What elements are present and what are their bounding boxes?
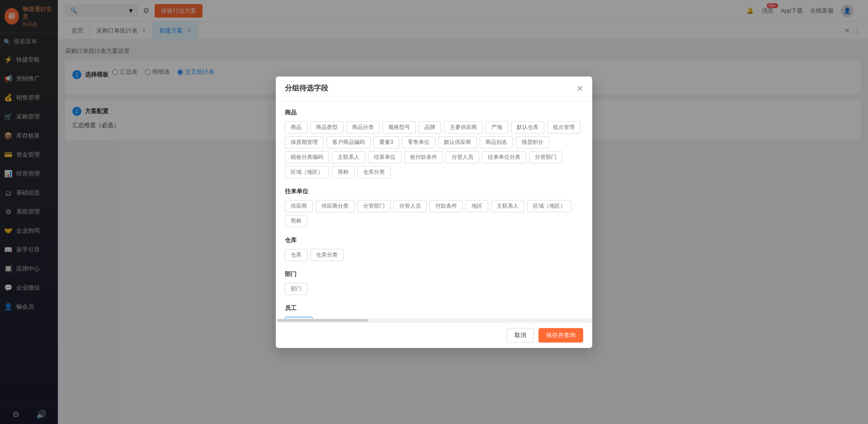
field-payment-terms[interactable]: 收付款条件: [404, 151, 443, 163]
field-dept-mgmt[interactable]: 分管部门: [529, 151, 562, 163]
modal-footer: 取消 保存并查询: [276, 322, 592, 348]
field-payment-cond[interactable]: 付款条件: [429, 200, 463, 212]
section-department-title: 部门: [285, 270, 583, 278]
modal-scrollbar-x-thumb[interactable]: [278, 319, 368, 322]
field-contact[interactable]: 主联系人: [491, 200, 524, 212]
section-partner: 往来单位 供应商 供应商分类 分管部门 分管人员 付款条件 地区 主联系人 区域…: [285, 187, 583, 227]
field-commodity-type[interactable]: 商品类型: [310, 121, 344, 133]
section-staff-title: 员工: [285, 304, 583, 312]
field-expiry-mgmt[interactable]: 保质期管理: [285, 136, 324, 148]
field-supplier-cat[interactable]: 供应商分类: [316, 200, 354, 212]
section-partner-title: 往来单位: [285, 187, 583, 195]
field-origin-unit[interactable]: 往来单位分类: [482, 151, 526, 163]
field-commodity[interactable]: 商品: [285, 121, 307, 133]
modal-close-button[interactable]: ✕: [576, 84, 583, 94]
modal-body: 商品 商品 商品类型 商品分类 规格型号 品牌 主要供应商 产地 默认仓库 批次…: [276, 101, 592, 319]
field-dept-staff[interactable]: 分管人员: [393, 200, 427, 212]
field-main-supplier[interactable]: 主要供应商: [444, 121, 483, 133]
section-department: 部门 部门: [285, 270, 583, 295]
modal-header: 分组待选字段 ✕: [276, 76, 592, 101]
field-origin[interactable]: 产地: [486, 121, 508, 133]
confirm-button[interactable]: 保存并查询: [538, 328, 583, 343]
field-short-name[interactable]: 简称: [332, 166, 354, 178]
section-staff: 员工 业务员: [285, 304, 583, 319]
field-pickup-score[interactable]: 拣货积分: [516, 136, 549, 148]
field-warehouse-cat[interactable]: 仓库分类: [357, 166, 391, 178]
field-spec-type[interactable]: 规格型号: [382, 121, 416, 133]
field-supplier[interactable]: 供应商: [285, 200, 313, 212]
field-manager[interactable]: 分管人员: [446, 151, 479, 163]
field-alias[interactable]: 商品别名: [480, 136, 513, 148]
field-settlement-unit[interactable]: 结算单位: [368, 151, 401, 163]
section-warehouse-fields: 仓库 仓库分类: [285, 249, 583, 261]
modal-overlay: 分组待选字段 ✕ 商品 商品 商品类型 商品分类 规格型号 品牌 主要供应商 产…: [0, 0, 868, 424]
section-product: 商品 商品 商品类型 商品分类 规格型号 品牌 主要供应商 产地 默认仓库 批次…: [285, 109, 583, 178]
section-department-fields: 部门: [285, 283, 583, 295]
field-warehouse-category[interactable]: 仓库分类: [310, 249, 344, 261]
section-warehouse-title: 仓库: [285, 236, 583, 244]
cancel-button[interactable]: 取消: [507, 328, 534, 343]
field-region2[interactable]: 区域（地区）: [527, 200, 571, 212]
field-dept-field[interactable]: 部门: [285, 283, 307, 295]
field-customer-code[interactable]: 客户商品编码: [326, 136, 371, 148]
section-product-fields: 商品 商品类型 商品分类 规格型号 品牌 主要供应商 产地 默认仓库 批次管理 …: [285, 121, 583, 178]
field-main-contact[interactable]: 主联系人: [332, 151, 365, 163]
section-partner-fields: 供应商 供应商分类 分管部门 分管人员 付款条件 地区 主联系人 区域（地区） …: [285, 200, 583, 227]
field-retail-unit[interactable]: 零售单位: [402, 136, 435, 148]
field-abbr[interactable]: 简称: [285, 215, 307, 227]
section-warehouse: 仓库 仓库 仓库分类: [285, 236, 583, 261]
modal-title: 分组待选字段: [285, 84, 328, 93]
field-batch-mgmt[interactable]: 批次管理: [547, 121, 580, 133]
field-select-modal: 分组待选字段 ✕ 商品 商品 商品类型 商品分类 规格型号 品牌 主要供应商 产…: [276, 76, 592, 348]
field-default-supplier[interactable]: 默认供应商: [438, 136, 477, 148]
field-dept[interactable]: 分管部门: [357, 200, 391, 212]
field-warehouse[interactable]: 仓库: [285, 249, 307, 261]
field-default-warehouse[interactable]: 默认仓库: [511, 121, 544, 133]
field-region-area[interactable]: 区域（地区）: [285, 166, 329, 178]
field-weight3[interactable]: 重量3: [373, 136, 399, 148]
field-area[interactable]: 地区: [466, 200, 488, 212]
field-tax-code[interactable]: 税收分类编码: [285, 151, 329, 163]
modal-scrollbar-x[interactable]: [276, 319, 592, 322]
field-commodity-category[interactable]: 商品分类: [346, 121, 380, 133]
section-product-title: 商品: [285, 109, 583, 117]
field-brand[interactable]: 品牌: [419, 121, 441, 133]
